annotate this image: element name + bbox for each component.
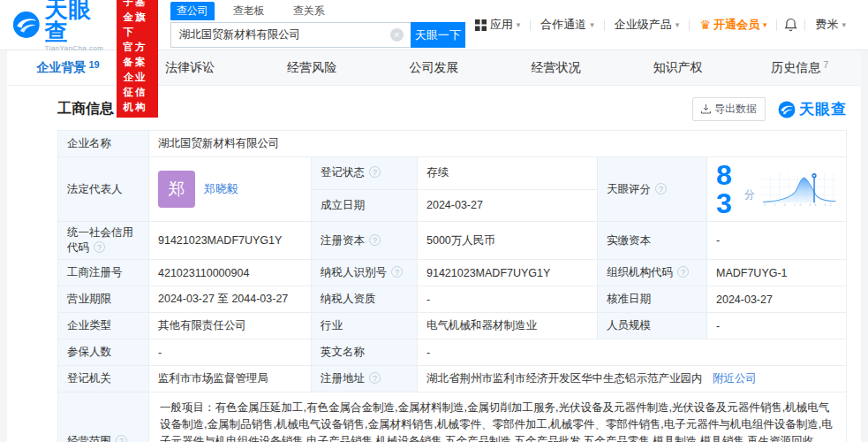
notifications-bell-icon[interactable] — [777, 18, 804, 32]
insured-count-value: - — [149, 339, 312, 366]
legal-rep-link[interactable]: 郑晓毅 — [204, 181, 238, 197]
search-button[interactable]: 天眼一下 — [411, 22, 465, 48]
score-distribution-chart: 0 1 5 13 36 61 87 99 100 — [760, 167, 837, 211]
chevron-down-icon: ▾ — [763, 20, 767, 29]
field-label: 企业名称 — [58, 131, 149, 157]
field-label: 企业类型 — [58, 313, 149, 339]
paid-capital-value: - — [707, 222, 847, 260]
brand-name: 天眼查 — [799, 99, 847, 119]
tianyan-score-cell[interactable]: 83 分 — [707, 157, 847, 222]
field-label: 经营范围? — [58, 392, 149, 442]
info-icon[interactable]: ? — [655, 183, 667, 194]
legal-rep-avatar[interactable]: 郑 — [158, 171, 195, 208]
download-icon — [701, 104, 711, 114]
field-label: 核准日期 — [598, 286, 707, 313]
field-label: 工商注册号 — [58, 260, 149, 286]
export-data-button[interactable]: 导出数据 — [692, 97, 766, 121]
field-label: 成立日期 — [312, 189, 418, 222]
business-term-value: 2024-03-27 至 2044-03-27 — [149, 286, 312, 313]
tab-label: 知识产权 — [653, 60, 703, 76]
field-label: 行业 — [312, 313, 418, 339]
field-label-text: 组织机构代码 — [607, 266, 673, 278]
establish-date-value: 2024-03-27 — [418, 189, 598, 222]
field-label: 纳税人识别号? — [312, 260, 418, 286]
chevron-down-icon: ▾ — [676, 20, 680, 29]
tab-label: 经营风险 — [287, 60, 336, 76]
field-label-text: 天眼评分 — [607, 183, 651, 195]
table-row: 登记机关 监利市市场监督管理局 注册地址? 湖北省荆州市监利市经济开发区华中生态… — [58, 366, 847, 392]
nav-username: 费米 — [815, 17, 838, 33]
watermark-brand-logo: 天眼查 — [778, 99, 847, 119]
apps-grid-icon — [475, 19, 487, 31]
search-input[interactable] — [170, 22, 411, 48]
info-icon[interactable]: ? — [391, 266, 403, 278]
brand-domain: TianYanCha.com — [45, 45, 108, 52]
info-icon[interactable]: ? — [369, 372, 381, 384]
field-label-text: 注册地址 — [321, 372, 365, 385]
company-type-value: 其他有限责任公司 — [149, 313, 312, 339]
tab-operating-risk[interactable]: 经营风险 — [251, 50, 373, 85]
field-label-text: 登记状态 — [321, 166, 365, 179]
approval-date-value: 2024-03-27 — [707, 286, 847, 313]
field-label: 营业期限 — [58, 286, 149, 313]
reg-number-value: 421023110000904 — [149, 260, 312, 286]
field-label: 人员规模 — [598, 313, 707, 339]
crown-icon: ♛ — [699, 18, 711, 32]
info-icon[interactable]: ? — [369, 166, 381, 178]
info-icon[interactable]: ? — [94, 241, 105, 253]
tab-label: 经营状况 — [532, 60, 581, 76]
nav-enterprise-products[interactable]: 企业级产品 ▾ — [605, 17, 690, 33]
nav-cooperation[interactable]: 合作通道 ▾ — [531, 17, 604, 33]
nav-enterprise-label: 企业级产品 — [615, 17, 672, 33]
industry-value: 电气机械和器材制造业 — [418, 313, 598, 339]
field-label-text: 注册资本 — [321, 234, 365, 247]
field-label: 注册地址? — [312, 366, 418, 392]
tab-count-badge: 7 — [823, 59, 828, 70]
field-label-text: 经营范围 — [67, 435, 111, 442]
org-code-value: MADF7UYG-1 — [707, 260, 847, 286]
tab-history-info[interactable]: 历史信息 7 — [739, 50, 861, 85]
nearby-companies-link[interactable]: 附近公司 — [713, 372, 757, 385]
info-icon[interactable]: ? — [677, 266, 689, 278]
table-row: 经营范围? 一般项目：有色金属压延加工,有色金属合金制造,金属材料制造,金属切削… — [58, 392, 847, 442]
score-value: 83 — [716, 161, 743, 217]
tab-company-development[interactable]: 公司发展 — [373, 50, 494, 85]
clear-search-icon[interactable]: × — [390, 28, 404, 42]
reg-capital-value: 5000万人民币 — [418, 222, 598, 260]
chevron-down-icon: ▾ — [517, 20, 521, 29]
english-name-value: - — [418, 339, 847, 366]
table-row: 企业名称 湖北国贸新材料有限公司 — [58, 131, 847, 157]
nav-user-menu[interactable]: 费米 ▾ — [805, 17, 856, 33]
gov-badge-line1: 国家中小企业发展子基金旗下 — [124, 0, 151, 40]
field-label: 组织机构代码? — [598, 260, 707, 286]
taxpayer-id-value: 91421023MADF7UYG1Y — [418, 260, 598, 286]
nav-open-membership[interactable]: ♛ 开通会员 ▾ — [690, 17, 776, 33]
tab-label: 历史信息 — [771, 60, 820, 76]
field-label-text: 纳税人识别号 — [321, 266, 387, 278]
legal-rep-cell: 郑 郑晓毅 — [149, 157, 312, 222]
tab-count-badge: 19 — [88, 59, 99, 70]
table-row: 统一社会信用代码? 91421023MADF7UYG1Y 注册资本? 5000万… — [58, 222, 847, 260]
info-icon[interactable]: ? — [369, 234, 381, 246]
table-row: 参保人数 - 英文名称 - — [58, 339, 847, 366]
search-tab-boss[interactable]: 查老板 — [227, 2, 271, 20]
credit-code-value: 91421023MADF7UYG1Y — [149, 222, 312, 260]
search-tab-relation[interactable]: 查关系 — [287, 2, 331, 20]
tab-intellectual-property[interactable]: 知识产权 — [617, 50, 739, 85]
field-label: 参保人数 — [58, 339, 149, 366]
nav-apps[interactable]: 应用 ▾ — [465, 17, 531, 33]
search-tab-company[interactable]: 查公司 — [170, 2, 215, 20]
field-label: 注册资本? — [312, 222, 418, 260]
company-name-value: 湖北国贸新材料有限公司 — [149, 131, 847, 157]
info-icon[interactable]: ? — [116, 435, 127, 442]
nav-apps-label: 应用 — [490, 17, 513, 33]
field-label: 法定代表人 — [58, 157, 149, 222]
tianyancha-logo[interactable]: 天眼查 TianYanCha.com — [12, 0, 108, 52]
table-row: 法定代表人 郑 郑晓毅 登记状态? 存续 天眼评分? 83 分 — [58, 157, 847, 190]
nav-membership-label: 开通会员 — [713, 17, 759, 33]
brand-name: 天眼查 — [45, 0, 108, 43]
tab-operating-status[interactable]: 经营状况 — [495, 50, 617, 85]
search-area: 查公司 查老板 查关系 × 天眼一下 — [170, 2, 465, 48]
top-header: 天眼查 TianYanCha.com 国家中小企业发展子基金旗下 官方备案企业征… — [0, 0, 868, 50]
tab-company-background[interactable]: 企业背景 19 — [7, 50, 129, 85]
